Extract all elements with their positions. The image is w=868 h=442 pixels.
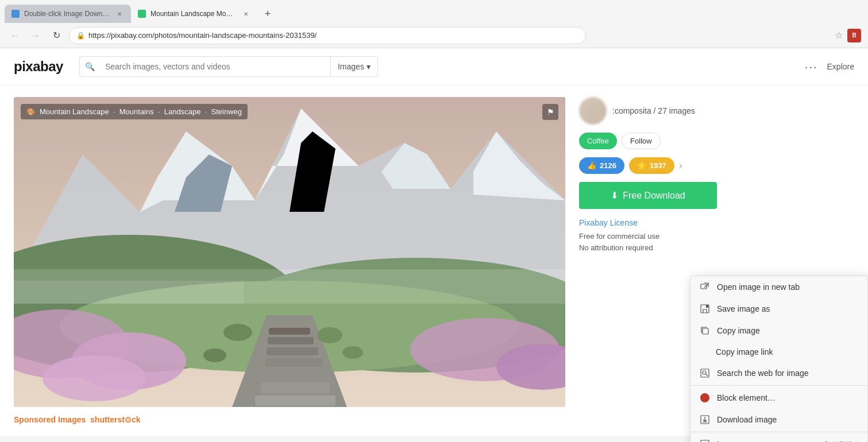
tab-2-favicon [138, 10, 146, 18]
brave-block-icon [700, 393, 710, 403]
tab-1-title: Double-click Image Downloader [24, 10, 110, 18]
extension-icon[interactable]: B [847, 29, 861, 42]
tab-1-favicon [11, 10, 20, 18]
page: pixabay 🔍 Images ▾ ··· Explore [0, 48, 868, 436]
svg-point-25 [317, 327, 342, 343]
search-web-label: Search the web for image [717, 369, 858, 378]
thumb-up-icon: 👍 [587, 161, 596, 170]
sponsored-label: Sponsored Images [14, 415, 86, 424]
license-link[interactable]: Pixabay License [579, 218, 717, 227]
svg-rect-29 [14, 281, 244, 304]
context-item-block[interactable]: Block element… [690, 387, 867, 409]
svg-point-24 [223, 324, 252, 341]
context-item-save[interactable]: Save image as [690, 298, 867, 320]
save-icon [700, 304, 710, 314]
context-divider-2 [690, 432, 867, 432]
svg-point-27 [342, 346, 363, 359]
more-stats-arrow[interactable]: › [679, 160, 682, 172]
free-download-button[interactable]: ⬇ Free Download [579, 182, 717, 209]
user-section: :composita / 27 images [579, 97, 717, 125]
tab-2-title: Mountain Landscape Mountains… [151, 10, 237, 18]
tab-2-close[interactable]: ✕ [241, 9, 250, 18]
svg-rect-18 [261, 383, 330, 393]
coffee-button[interactable]: Coffee [579, 133, 617, 149]
likes-button[interactable]: 👍 2126 [579, 157, 624, 174]
svg-rect-19 [264, 370, 327, 380]
user-actions: Coffee Follow [579, 133, 717, 149]
reload-button[interactable]: ↻ [48, 28, 64, 44]
url-text: https://pixabay.com/photos/mountain-land… [88, 31, 578, 40]
svg-point-26 [203, 348, 226, 362]
search-input[interactable] [101, 62, 330, 71]
search-web-icon [700, 368, 710, 378]
download-img-icon [700, 414, 710, 425]
license-desc1: Free for commercial use [579, 231, 717, 242]
license-section: Pixabay License Free for commercial use … [579, 218, 717, 253]
license-desc2: No attribution required [579, 242, 717, 254]
svg-rect-20 [265, 358, 323, 367]
image-tag-overlay: 🎨 Mountain Landscape · Mountains · Lands… [21, 104, 248, 119]
search-bar: 🔍 Images ▾ [79, 56, 378, 77]
inspect-icon [700, 439, 710, 442]
context-item-search-web[interactable]: Search the web for image [690, 362, 867, 384]
copy-image-label: Copy image [717, 326, 858, 335]
mountain-svg [14, 97, 565, 407]
stars-button[interactable]: ⭐ 1937 [629, 157, 674, 174]
svg-point-15 [43, 355, 146, 401]
explore-link[interactable]: Explore [827, 62, 854, 71]
header-right: ··· Explore [805, 60, 854, 73]
back-button[interactable]: ← [7, 28, 23, 44]
star-icon: ⭐ [637, 161, 646, 170]
search-icon: 🔍 [80, 56, 101, 77]
images-label: Images [338, 62, 364, 71]
stars-count: 1937 [650, 161, 666, 170]
header: pixabay 🔍 Images ▾ ··· Explore [0, 48, 868, 86]
more-button[interactable]: ··· [805, 60, 818, 73]
forward-button[interactable]: → [28, 28, 44, 44]
svg-rect-32 [706, 305, 708, 308]
overlay-tags: Mountain Landscape · Mountains · Landsca… [40, 107, 242, 116]
context-item-copy-image[interactable]: Copy image [690, 320, 867, 342]
copy-image-icon [700, 325, 710, 336]
lock-icon: 🔒 [76, 32, 85, 40]
images-dropdown[interactable]: Images ▾ [330, 56, 377, 77]
address-bar: ← → ↻ 🔒 https://pixabay.com/photos/mount… [0, 23, 868, 48]
context-item-download[interactable]: Download image [690, 409, 867, 431]
context-item-open-new-tab[interactable]: Open image in new tab [690, 276, 867, 298]
star-icon[interactable]: ☆ [835, 30, 843, 41]
download-icon: ⬇ [611, 190, 618, 201]
block-label: Block element… [717, 393, 858, 402]
svg-point-35 [703, 371, 706, 374]
context-divider-1 [690, 385, 867, 386]
svg-rect-33 [703, 328, 708, 334]
svg-rect-22 [268, 337, 314, 344]
open-new-tab-icon [700, 282, 710, 292]
tab-1-close[interactable]: ✕ [115, 9, 124, 18]
address-bar-right: ☆ B [835, 29, 861, 42]
open-new-tab-label: Open image in new tab [717, 282, 858, 292]
image-area: 🎨 Mountain Landscape · Mountains · Lands… [14, 97, 565, 424]
tab-bar: Double-click Image Downloader ✕ Mountain… [0, 0, 868, 23]
tab-2[interactable]: Mountain Landscape Mountains… ✕ [131, 5, 257, 23]
sponsored-section: Sponsored Images shutterst⊙ck [14, 415, 565, 424]
context-menu: Open image in new tab Save image as Cop [690, 276, 868, 442]
download-label: Free Download [623, 191, 685, 201]
follow-button[interactable]: Follow [622, 133, 661, 149]
url-bar[interactable]: 🔒 https://pixabay.com/photos/mountain-la… [69, 27, 586, 44]
username: :composita / 27 images [612, 106, 695, 115]
context-item-inspect[interactable]: Inspect Ctrl+Shift+I [690, 433, 867, 442]
tab-1[interactable]: Double-click Image Downloader ✕ [5, 5, 131, 23]
chevron-down-icon: ▾ [367, 62, 371, 71]
shutterstock-brand[interactable]: shutterst⊙ck [90, 415, 140, 424]
tag-icon: 🎨 [26, 108, 35, 116]
stats-row: 👍 2126 ⭐ 1937 › [579, 157, 717, 174]
logo[interactable]: pixabay [14, 59, 63, 75]
new-tab-button[interactable]: + [260, 6, 276, 22]
avatar [579, 97, 607, 125]
copy-link-label: Copy image link [716, 347, 858, 356]
inspect-label: Inspect [717, 440, 817, 442]
svg-rect-21 [267, 347, 318, 355]
flag-button[interactable]: ⚑ [542, 104, 558, 120]
context-item-copy-link[interactable]: Copy image link [690, 342, 867, 362]
mountain-image: 🎨 Mountain Landscape · Mountains · Lands… [14, 97, 565, 407]
